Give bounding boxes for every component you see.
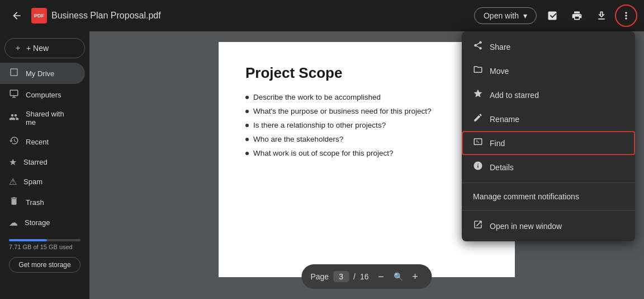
menu-item-label: Share — [490, 43, 510, 52]
page-navigation: Page / 16 − 🔍 + — [301, 264, 432, 289]
sidebar-item-label: Trash — [26, 198, 44, 207]
sidebar-item-trash[interactable]: Trash — [0, 191, 85, 213]
open-new-window-icon — [473, 219, 483, 232]
rename-icon — [473, 113, 483, 125]
sidebar-item-shared[interactable]: Shared with me — [0, 105, 85, 131]
trash-icon — [9, 196, 19, 208]
sidebar-item-label: Computers — [26, 91, 61, 99]
pdf-bullet-item: Who are the stakeholders? — [245, 135, 488, 143]
menu-item-find[interactable]: Find — [462, 131, 635, 155]
total-pages: 16 — [360, 272, 369, 281]
pdf-bullet-item: Describe the work to be accomplished — [245, 93, 488, 101]
sidebar-item-label: Recent — [26, 138, 49, 146]
pdf-icon: PDF — [31, 8, 47, 24]
zoom-out-button[interactable]: − — [373, 269, 389, 284]
download-button[interactable] — [590, 4, 613, 27]
menu-item-rename[interactable]: Rename — [462, 107, 635, 131]
storage-bar-background — [9, 239, 80, 241]
header-actions — [541, 4, 637, 27]
sidebar: ＋ + New My Drive Computers Shared with m… — [0, 31, 89, 299]
info-icon — [473, 161, 483, 174]
menu-item-label: Add to starred — [490, 91, 539, 100]
file-title: Business Plan Proposal.pdf — [51, 11, 161, 21]
menu-item-open-new-window[interactable]: Open in new window — [462, 214, 635, 238]
move-icon — [473, 64, 483, 77]
pdf-bullet-item: Is there a relationship to other project… — [245, 121, 488, 129]
page-label: Page — [310, 272, 329, 281]
menu-item-label: Rename — [490, 115, 519, 124]
sidebar-item-storage[interactable]: ☁ Storage — [0, 213, 85, 232]
sidebar-item-my-drive[interactable]: My Drive — [0, 63, 85, 84]
sidebar-item-recent[interactable]: Recent — [0, 131, 85, 152]
plus-icon: ＋ — [14, 43, 22, 53]
more-options-button[interactable] — [615, 4, 637, 27]
sidebar-item-starred[interactable]: ★ Starred — [0, 152, 85, 172]
menu-item-label: Move — [490, 67, 509, 76]
shared-icon — [9, 112, 19, 124]
zoom-in-button[interactable]: + — [408, 269, 423, 284]
pdf-bullet-item: What work is out of scope for this proje… — [245, 149, 488, 157]
header-left: PDF Business Plan Proposal.pdf — [7, 6, 470, 26]
open-with-button[interactable]: Open with ▾ — [474, 7, 537, 24]
dropdown-menu: Share Move Add to starred Rename Find De… — [462, 31, 635, 241]
star-icon — [473, 88, 483, 101]
menu-item-add-to-starred[interactable]: Add to starred — [462, 83, 635, 107]
spam-icon: ⚠ — [9, 176, 17, 187]
starred-icon: ★ — [9, 157, 17, 167]
chevron-down-icon: ▾ — [523, 11, 527, 20]
new-button[interactable]: ＋ + New — [4, 38, 85, 58]
sidebar-item-label: Starred — [23, 158, 48, 166]
page-separator: / — [353, 272, 356, 281]
get-more-storage-button[interactable]: Get more storage — [9, 257, 80, 273]
storage-info: 7.71 GB of 15 GB used — [0, 232, 89, 255]
sidebar-item-label: My Drive — [26, 69, 54, 78]
sidebar-item-spam[interactable]: ⚠ Spam — [0, 172, 85, 191]
storage-icon: ☁ — [9, 217, 18, 228]
find-icon — [473, 137, 483, 150]
menu-divider-2 — [462, 210, 635, 211]
menu-item-label: Find — [490, 139, 505, 148]
storage-bar-fill — [9, 239, 47, 241]
computers-icon — [9, 88, 19, 101]
recent-icon — [9, 136, 19, 148]
sidebar-item-label: Spam — [23, 177, 42, 186]
back-button[interactable] — [7, 6, 27, 26]
share-icon — [473, 40, 483, 53]
header: PDF Business Plan Proposal.pdf Open with… — [0, 0, 644, 31]
sidebar-item-computers[interactable]: Computers — [0, 84, 85, 105]
bullet-dot — [245, 96, 249, 99]
storage-text: 7.71 GB of 15 GB used — [9, 244, 80, 250]
bullet-dot — [245, 152, 249, 155]
zoom-icon: 🔍 — [394, 272, 403, 281]
pdf-bullets: Describe the work to be accomplishedWhat… — [245, 93, 488, 157]
print-button[interactable] — [566, 4, 588, 27]
sidebar-item-label: Storage — [25, 218, 50, 227]
menu-item-share[interactable]: Share — [462, 35, 635, 59]
menu-item-label: Open in new window — [490, 222, 562, 231]
bullet-dot — [245, 138, 249, 141]
pdf-bullet-item: What's the purpose or business need for … — [245, 107, 488, 115]
page-input[interactable] — [333, 271, 349, 282]
menu-item-manage-notifications[interactable]: Manage comment notifications — [462, 186, 635, 207]
my-drive-icon — [9, 67, 19, 80]
add-to-drive-button[interactable] — [541, 4, 564, 27]
sidebar-item-label: Shared with me — [26, 110, 76, 127]
menu-item-move[interactable]: Move — [462, 59, 635, 83]
pdf-heading: Project Scope — [245, 64, 488, 82]
menu-item-label: Details — [490, 163, 514, 172]
menu-divider — [462, 183, 635, 183]
menu-item-details[interactable]: Details — [462, 155, 635, 179]
bullet-dot — [245, 110, 249, 113]
bullet-dot — [245, 124, 249, 127]
